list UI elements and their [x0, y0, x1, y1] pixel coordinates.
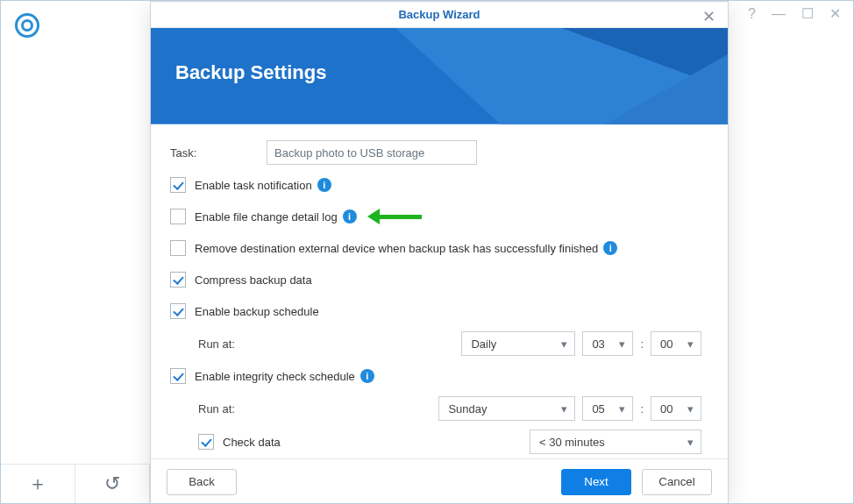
check-data-row: Check data < 30 minutes ▾ [198, 429, 701, 454]
info-icon[interactable]: i [317, 178, 331, 192]
bottom-toolbar: ＋ ↺ [1, 464, 150, 503]
select-value: 00 [660, 337, 679, 351]
maximize-icon[interactable]: ☐ [801, 7, 814, 21]
chevron-down-icon: ▾ [619, 337, 625, 351]
chevron-down-icon: ▾ [687, 337, 694, 351]
compress-checkbox[interactable] [170, 272, 186, 287]
enable-notification-label: Enable task notification [195, 179, 312, 192]
close-icon[interactable]: ✕ [829, 7, 841, 21]
select-value: 00 [660, 402, 679, 415]
schedule-frequency-select[interactable]: Daily ▾ [461, 331, 575, 356]
chevron-down-icon: ▾ [619, 402, 625, 415]
chevron-down-icon: ▾ [687, 402, 694, 415]
select-value: Sunday [448, 402, 552, 415]
integrity-runat-label: Run at: [198, 402, 295, 415]
backup-wizard-dialog: Backup Wizard ✕ Backup Settings Task: [150, 1, 729, 504]
enable-integrity-checkbox[interactable] [170, 368, 186, 384]
check-data-label: Check data [223, 436, 281, 449]
enable-integrity-row: Enable integrity check schedule i [170, 365, 701, 387]
integrity-minute-select[interactable]: 00 ▾ [651, 396, 701, 421]
time-colon: : [640, 337, 644, 351]
enable-notification-checkbox[interactable] [170, 177, 186, 193]
schedule-runat-label: Run at: [198, 337, 295, 351]
dialog-title: Backup Wizard [398, 8, 480, 21]
settings-scroll-area[interactable]: Task: Enable task notification i Enable … [151, 124, 728, 458]
file-change-log-label: Enable file change detail log [195, 210, 338, 224]
integrity-day-select[interactable]: Sunday ▾ [438, 396, 575, 421]
integrity-hour-select[interactable]: 05 ▾ [582, 396, 633, 421]
next-button[interactable]: Next [561, 469, 631, 495]
banner-heading: Backup Settings [151, 28, 728, 84]
dialog-close-icon[interactable]: ✕ [697, 5, 721, 28]
enable-schedule-row: Enable backup schedule [170, 300, 701, 323]
task-label: Task: [170, 146, 267, 160]
time-colon: : [640, 402, 644, 415]
dialog-footer: Back Next Cancel [151, 458, 728, 504]
dialog-banner: Backup Settings [151, 28, 728, 124]
check-data-checkbox[interactable] [198, 434, 214, 450]
remove-device-checkbox[interactable] [170, 240, 186, 256]
remove-device-label: Remove destination external device when … [195, 242, 598, 255]
info-icon[interactable]: i [603, 241, 617, 255]
app-brand-icon [15, 13, 39, 38]
enable-schedule-label: Enable backup schedule [195, 305, 319, 318]
integrity-runat-row: Run at: Sunday ▾ 05 ▾ : 00 ▾ [198, 396, 701, 421]
back-button[interactable]: Back [167, 469, 237, 495]
task-name-input[interactable] [267, 140, 477, 165]
task-row: Task: [170, 140, 701, 165]
chevron-down-icon: ▾ [561, 402, 567, 415]
cancel-button[interactable]: Cancel [642, 469, 712, 495]
select-value: 05 [592, 402, 610, 415]
check-data-duration-select[interactable]: < 30 minutes ▾ [530, 429, 701, 454]
compress-label: Compress backup data [195, 273, 312, 287]
select-value: < 30 minutes [539, 436, 679, 449]
select-value: 03 [592, 337, 610, 351]
remove-device-row: Remove destination external device when … [170, 237, 701, 259]
select-value: Daily [471, 337, 552, 351]
schedule-hour-select[interactable]: 03 ▾ [582, 331, 633, 356]
file-change-log-checkbox[interactable] [170, 209, 186, 224]
help-icon[interactable]: ? [748, 7, 756, 21]
info-icon[interactable]: i [343, 209, 357, 224]
schedule-runat-row: Run at: Daily ▾ 03 ▾ : 00 ▾ [198, 331, 701, 356]
schedule-minute-select[interactable]: 00 ▾ [651, 331, 701, 356]
add-task-button[interactable]: ＋ [1, 465, 75, 503]
chevron-down-icon: ▾ [687, 436, 694, 449]
file-change-log-row: Enable file change detail log i [170, 205, 701, 228]
underlying-app-titlebar: ? — ☐ ✕ [730, 1, 853, 27]
annotation-arrow-icon [369, 209, 422, 224]
app-window: ? — ☐ ✕ ＋ ↺ Backup Wizard ✕ Backup Setti… [0, 0, 854, 504]
enable-notification-row: Enable task notification i [170, 174, 701, 196]
minimize-icon[interactable]: — [772, 7, 786, 21]
compress-row: Compress backup data [170, 268, 701, 291]
dialog-titlebar: Backup Wizard ✕ [151, 2, 728, 28]
info-icon[interactable]: i [360, 369, 374, 383]
enable-schedule-checkbox[interactable] [170, 303, 186, 319]
chevron-down-icon: ▾ [561, 337, 567, 351]
history-button[interactable]: ↺ [75, 465, 149, 503]
enable-integrity-label: Enable integrity check schedule [195, 370, 355, 383]
